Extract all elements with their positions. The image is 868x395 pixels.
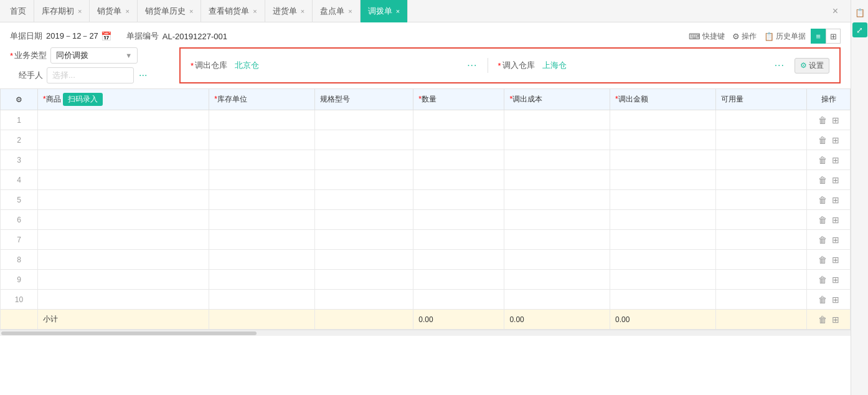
cell-5-amount[interactable]: [610, 190, 716, 210]
cell-5-product[interactable]: [38, 190, 209, 210]
delete-icon-6[interactable]: 🗑: [818, 215, 827, 225]
cell-2-unit[interactable]: [209, 130, 315, 150]
cell-3-available[interactable]: [715, 150, 806, 170]
cell-6-spec[interactable]: [314, 210, 413, 230]
tab-sales-history[interactable]: 销货单历史 ×: [138, 0, 201, 22]
cell-9-qty[interactable]: [413, 270, 504, 290]
settings-btn[interactable]: ⚙ 设置: [795, 58, 829, 74]
cell-4-amount[interactable]: [610, 170, 716, 190]
close-transfer[interactable]: ×: [396, 7, 400, 15]
grid-view-btn[interactable]: ⊞: [826, 29, 841, 44]
cell-6-amount[interactable]: [610, 210, 716, 230]
cell-3-product[interactable]: [38, 150, 209, 170]
cell-4-cost[interactable]: [504, 170, 610, 190]
scrollbar-area[interactable]: [0, 330, 851, 336]
operations-btn[interactable]: ⚙ 操作: [732, 31, 757, 42]
scrollbar-thumb[interactable]: [1, 331, 257, 335]
cell-11-unit[interactable]: [209, 310, 315, 330]
cell-4-spec[interactable]: [314, 170, 413, 190]
copy-icon-2[interactable]: ⊞: [832, 135, 839, 145]
delete-icon-4[interactable]: 🗑: [818, 175, 827, 185]
cell-2-product[interactable]: [38, 130, 209, 150]
cell-2-spec[interactable]: [314, 130, 413, 150]
delete-icon-11[interactable]: 🗑: [818, 315, 827, 325]
cell-10-available[interactable]: [715, 290, 806, 310]
cell-10-product[interactable]: [38, 290, 209, 310]
cell-10-amount[interactable]: [610, 290, 716, 310]
cell-6-qty[interactable]: [413, 210, 504, 230]
cell-7-unit[interactable]: [209, 230, 315, 250]
cell-6-cost[interactable]: [504, 210, 610, 230]
tab-inventory-check[interactable]: 盘点单 ×: [313, 0, 360, 22]
delete-icon-2[interactable]: 🗑: [818, 135, 827, 145]
cell-8-spec[interactable]: [314, 250, 413, 270]
close-sales-order[interactable]: ×: [125, 7, 129, 15]
cell-10-spec[interactable]: [314, 290, 413, 310]
tab-transfer[interactable]: 调拨单 ×: [361, 0, 408, 22]
cell-11-qty[interactable]: 0.00: [413, 310, 504, 330]
delete-icon-1[interactable]: 🗑: [818, 115, 827, 125]
copy-icon-9[interactable]: ⊞: [832, 275, 839, 285]
col-gear-header[interactable]: ⚙: [1, 89, 38, 110]
cell-2-cost[interactable]: [504, 130, 610, 150]
close-inventory-init[interactable]: ×: [78, 7, 82, 15]
tab-purchase[interactable]: 进货单 ×: [265, 0, 313, 22]
tab-view-sales[interactable]: 查看销货单 ×: [201, 0, 265, 22]
cell-1-amount[interactable]: [610, 110, 716, 130]
cell-7-available[interactable]: [715, 230, 806, 250]
sidebar-doc-icon[interactable]: 📋: [852, 5, 867, 20]
cell-4-unit[interactable]: [209, 170, 315, 190]
delete-icon-5[interactable]: 🗑: [818, 195, 827, 205]
cell-9-product[interactable]: [38, 270, 209, 290]
person-select[interactable]: 选择...: [47, 67, 134, 83]
tab-bar-close[interactable]: ×: [825, 6, 846, 17]
cell-6-available[interactable]: [715, 210, 806, 230]
cell-1-cost[interactable]: [504, 110, 610, 130]
cell-10-unit[interactable]: [209, 290, 315, 310]
delete-icon-3[interactable]: 🗑: [818, 155, 827, 165]
sidebar-expand-icon[interactable]: ⤢: [852, 22, 867, 37]
cell-6-unit[interactable]: [209, 210, 315, 230]
cell-11-spec[interactable]: [314, 310, 413, 330]
copy-icon-4[interactable]: ⊞: [832, 175, 839, 185]
history-btn[interactable]: 📋 历史单据: [764, 31, 806, 42]
copy-icon-5[interactable]: ⊞: [832, 195, 839, 205]
cell-1-qty[interactable]: [413, 110, 504, 130]
cell-8-unit[interactable]: [209, 250, 315, 270]
warehouse-in-more-btn[interactable]: ···: [775, 60, 785, 71]
cell-9-unit[interactable]: [209, 270, 315, 290]
cell-5-unit[interactable]: [209, 190, 315, 210]
delete-icon-8[interactable]: 🗑: [818, 255, 827, 265]
copy-icon-3[interactable]: ⊞: [832, 155, 839, 165]
cell-8-cost[interactable]: [504, 250, 610, 270]
cell-5-spec[interactable]: [314, 190, 413, 210]
cell-6-product[interactable]: [38, 210, 209, 230]
copy-icon-8[interactable]: ⊞: [832, 255, 839, 265]
cell-7-amount[interactable]: [610, 230, 716, 250]
tab-inventory-init[interactable]: 库存期初 ×: [34, 0, 90, 22]
cell-11-cost[interactable]: 0.00: [504, 310, 610, 330]
cell-2-available[interactable]: [715, 130, 806, 150]
cell-3-cost[interactable]: [504, 150, 610, 170]
copy-icon-10[interactable]: ⊞: [832, 295, 839, 305]
cell-7-spec[interactable]: [314, 230, 413, 250]
cell-3-amount[interactable]: [610, 150, 716, 170]
cell-8-qty[interactable]: [413, 250, 504, 270]
cell-11-amount[interactable]: 0.00: [610, 310, 716, 330]
cell-3-spec[interactable]: [314, 150, 413, 170]
cell-1-unit[interactable]: [209, 110, 315, 130]
delete-icon-7[interactable]: 🗑: [818, 235, 827, 245]
cell-7-product[interactable]: [38, 230, 209, 250]
cell-9-available[interactable]: [715, 270, 806, 290]
tab-home[interactable]: 首页: [5, 0, 34, 22]
cell-10-cost[interactable]: [504, 290, 610, 310]
tab-sales-order[interactable]: 销货单 ×: [90, 0, 137, 22]
copy-icon-11[interactable]: ⊞: [832, 315, 839, 325]
cell-8-product[interactable]: [38, 250, 209, 270]
delete-icon-9[interactable]: 🗑: [818, 275, 827, 285]
business-type-select[interactable]: 同价调拨 ▼: [50, 47, 138, 64]
close-view-sales[interactable]: ×: [253, 7, 257, 15]
scan-btn[interactable]: 扫码录入: [63, 93, 103, 106]
cell-8-amount[interactable]: [610, 250, 716, 270]
cell-2-qty[interactable]: [413, 130, 504, 150]
